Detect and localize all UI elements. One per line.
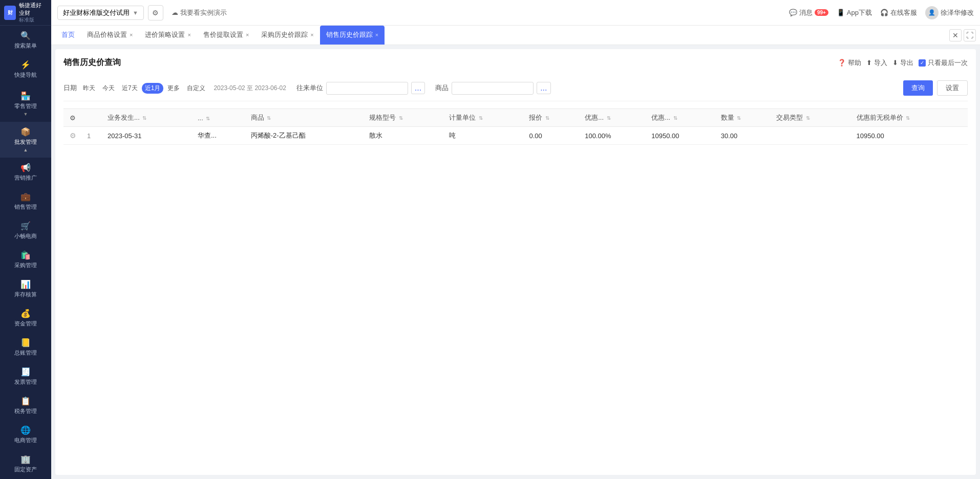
import-icon: ⬆ bbox=[866, 59, 872, 67]
date-opt-more[interactable]: 更多 bbox=[164, 83, 183, 94]
date-opt-custom[interactable]: 自定义 bbox=[184, 83, 208, 94]
tab-purchase-strategy-close[interactable]: × bbox=[187, 32, 190, 38]
col-header-biz-date[interactable]: 业务发生... ⇅ bbox=[102, 109, 193, 127]
only-last-text: 只看最后一次 bbox=[928, 58, 968, 68]
sidebar-item-search[interactable]: 🔍 搜索菜单 bbox=[0, 26, 51, 55]
sidebar-item-assets[interactable]: 🏢 固定资产 bbox=[0, 449, 51, 478]
message-button[interactable]: 💬 消息 99+ bbox=[789, 8, 828, 17]
tab-purchase-history[interactable]: 采购历史价跟踪 × bbox=[255, 26, 319, 45]
sidebar-item-finance[interactable]: 💰 资金管理 bbox=[0, 303, 51, 333]
tab-sales-history-close[interactable]: × bbox=[375, 32, 378, 38]
message-label: 消息 bbox=[799, 8, 813, 17]
filter-row: 日期 昨天 今天 近7天 近1月 更多 自定义 2023-05-02 至 202… bbox=[63, 75, 968, 101]
filter-settings-button[interactable]: 设置 bbox=[937, 80, 968, 96]
sidebar-item-quicknav[interactable]: ⚡ 快捷导航 bbox=[0, 55, 51, 84]
date-filter-group: 日期 昨天 今天 近7天 近1月 更多 自定义 2023-05-02 至 202… bbox=[63, 83, 286, 94]
assets-icon: 🏢 bbox=[20, 454, 31, 464]
tab-price-extract[interactable]: 售价提取设置 × bbox=[197, 26, 255, 45]
trans-type-sort-icon: ⇅ bbox=[806, 115, 810, 121]
table-row: ⚙ 1 2023-05-31 华查... 丙烯酸-2-乙基己酯 散水 吨 0.0… bbox=[63, 127, 968, 145]
sidebar-item-inventory[interactable]: 📊 库存核算 bbox=[0, 274, 51, 303]
tab-price-extract-close[interactable]: × bbox=[246, 32, 249, 38]
service-label: 在线客服 bbox=[890, 8, 917, 17]
sidebar-item-wholesale[interactable]: 📦 批发管理 ▲ bbox=[0, 122, 51, 158]
sidebar-item-marketing[interactable]: 📢 营销推广 bbox=[0, 158, 51, 187]
tab-purchase-history-close[interactable]: × bbox=[310, 32, 313, 38]
col-header-spec[interactable]: 规格型号 ⇅ bbox=[364, 109, 444, 127]
date-opt-today[interactable]: 今天 bbox=[99, 83, 118, 94]
col-header-discount2[interactable]: 优惠... ⇅ bbox=[646, 109, 715, 127]
tab-purchase-strategy[interactable]: 进价策略设置 × bbox=[139, 26, 197, 45]
topbar: 好业财标准版交付试用 ▼ ⚙ ☁ 我要看实例演示 💬 消息 99+ 📱 App下… bbox=[51, 0, 980, 26]
sidebar: 财 畅捷通好业财 标准版 🔍 搜索菜单 ⚡ 快捷导航 🏪 零售管理 ▼ 📦 批发… bbox=[0, 0, 51, 479]
sidebar-item-retail[interactable]: 🏪 零售管理 ▼ bbox=[0, 86, 51, 122]
user-name: 徐泽华修改 bbox=[941, 8, 974, 17]
import-button[interactable]: ⬆ 导入 bbox=[866, 58, 887, 68]
retail-expand-icon: ▼ bbox=[24, 112, 28, 117]
tab-expand-button[interactable]: ⛶ bbox=[964, 29, 976, 41]
col-header-pre-tax-price[interactable]: 优惠前无税单价 ⇅ bbox=[851, 109, 968, 127]
main-area: 好业财标准版交付试用 ▼ ⚙ ☁ 我要看实例演示 💬 消息 99+ 📱 App下… bbox=[51, 0, 980, 479]
service-button[interactable]: 🎧 在线客服 bbox=[880, 8, 917, 17]
tax-icon: 📋 bbox=[20, 396, 31, 406]
date-opt-last7[interactable]: 近7天 bbox=[119, 83, 141, 94]
tab-purchase-history-label: 采购历史价跟踪 bbox=[261, 30, 308, 39]
price-sort-icon: ⇅ bbox=[545, 115, 549, 121]
help-button[interactable]: ❓ 帮助 bbox=[838, 58, 861, 68]
sidebar-item-ecommerce[interactable]: 🌐 电商管理 bbox=[0, 420, 51, 449]
sidebar-item-ledger[interactable]: 📒 总账管理 bbox=[0, 333, 51, 362]
demo-link[interactable]: ☁ 我要看实例演示 bbox=[172, 8, 227, 17]
only-last-checkbox[interactable]: ✓ bbox=[919, 59, 926, 67]
tab-price-settings[interactable]: 商品价格设置 × bbox=[81, 26, 139, 45]
from-unit-input[interactable] bbox=[326, 82, 408, 95]
date-filter-label: 日期 bbox=[63, 83, 77, 93]
col-header-discount1[interactable]: 优惠... ⇅ bbox=[580, 109, 646, 127]
tab-price-settings-close[interactable]: × bbox=[130, 32, 133, 38]
page-actions: ❓ 帮助 ⬆ 导入 ⬇ 导出 ✓ 只看最后一次 bbox=[838, 58, 968, 68]
export-button[interactable]: ⬇ 导出 bbox=[892, 58, 913, 68]
sidebar-item-sales[interactable]: 💼 销售管理 bbox=[0, 187, 51, 216]
finance-icon: 💰 bbox=[20, 309, 31, 318]
table-header-row: ⚙ 业务发生... ⇅ ... ⇅ 商品 ⇅ bbox=[63, 109, 968, 127]
col-header-unit[interactable]: 计量单位 ⇅ bbox=[444, 109, 524, 127]
unit-sort-icon: ⇅ bbox=[479, 115, 483, 121]
purchase-icon: 🛍️ bbox=[20, 250, 31, 260]
col-header-more[interactable]: ... ⇅ bbox=[193, 109, 246, 127]
app-download-button[interactable]: 📱 App下载 bbox=[837, 8, 872, 17]
topbar-settings-button[interactable]: ⚙ bbox=[148, 5, 163, 20]
edition-selector[interactable]: 好业财标准版交付试用 ▼ bbox=[57, 6, 144, 20]
tab-sales-history[interactable]: 销售历史价跟踪 × bbox=[320, 26, 385, 45]
spec-sort-icon: ⇅ bbox=[399, 115, 403, 121]
data-table-wrapper: ⚙ 业务发生... ⇅ ... ⇅ 商品 ⇅ bbox=[63, 108, 968, 145]
gear-header-icon[interactable]: ⚙ bbox=[70, 114, 76, 122]
query-button[interactable]: 查询 bbox=[903, 80, 933, 96]
tab-home-label: 首页 bbox=[61, 30, 75, 39]
tab-purchase-strategy-label: 进价策略设置 bbox=[145, 30, 185, 39]
sidebar-item-invoice-label: 发票管理 bbox=[14, 378, 37, 386]
col-header-product[interactable]: 商品 ⇅ bbox=[246, 109, 364, 127]
tab-home[interactable]: 首页 bbox=[55, 26, 81, 45]
col-header-trans-type[interactable]: 交易类型 ⇅ bbox=[771, 109, 851, 127]
user-profile[interactable]: 👤 徐泽华修改 bbox=[925, 6, 974, 19]
sidebar-item-ecommerce-small[interactable]: 🛒 小畅电商 bbox=[0, 216, 51, 245]
sidebar-item-tax[interactable]: 📋 税务管理 bbox=[0, 391, 51, 420]
product-input[interactable] bbox=[452, 82, 534, 95]
only-last-checkbox-label[interactable]: ✓ 只看最后一次 bbox=[919, 58, 968, 68]
date-opt-yesterday[interactable]: 昨天 bbox=[80, 83, 98, 94]
date-opt-last1m[interactable]: 近1月 bbox=[142, 83, 164, 94]
product-dots[interactable]: ... bbox=[537, 82, 550, 94]
discount1-sort-icon: ⇅ bbox=[607, 115, 611, 121]
row-price-cell: 0.00 bbox=[524, 127, 580, 145]
spec-label: 规格型号 bbox=[369, 114, 396, 121]
col-header-price[interactable]: 报价 ⇅ bbox=[524, 109, 580, 127]
search-icon: 🔍 bbox=[20, 31, 31, 40]
row-gear-icon[interactable]: ⚙ bbox=[70, 132, 76, 140]
product-col-label: 商品 bbox=[251, 114, 264, 121]
col-header-qty[interactable]: 数量 ⇅ bbox=[716, 109, 772, 127]
more-label: ... bbox=[198, 114, 203, 122]
from-unit-dots[interactable]: ... bbox=[411, 82, 425, 94]
tab-close-button[interactable]: ✕ bbox=[949, 29, 962, 41]
sidebar-item-purchase[interactable]: 🛍️ 采购管理 bbox=[0, 245, 51, 274]
sidebar-item-invoice[interactable]: 🧾 发票管理 bbox=[0, 362, 51, 391]
sidebar-item-tax-label: 税务管理 bbox=[14, 407, 37, 415]
